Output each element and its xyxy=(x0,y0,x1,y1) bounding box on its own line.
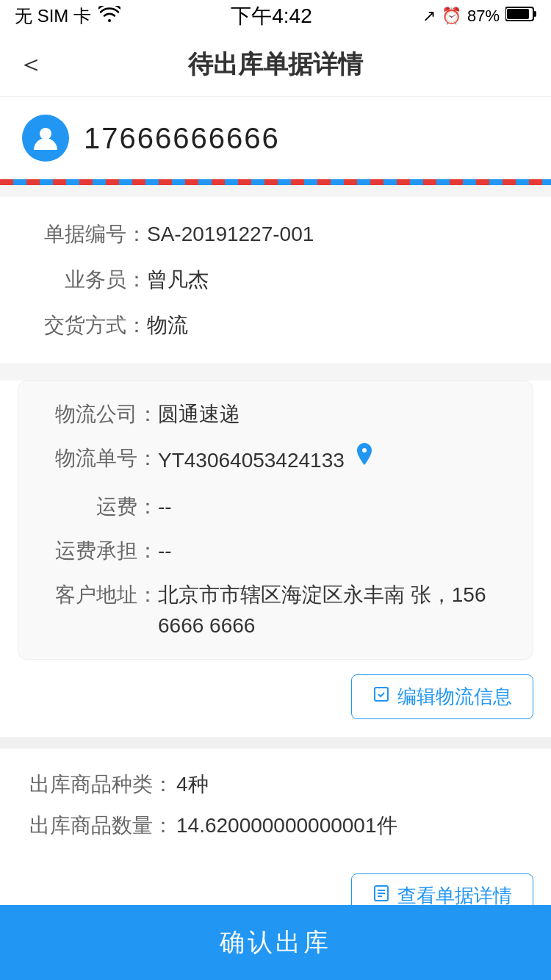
logistics-card: 物流公司： 圆通速递 物流单号： YT43064053424133 运费： -- xyxy=(18,381,533,660)
dashed-line xyxy=(0,179,551,185)
user-section: 17666666666 xyxy=(0,97,551,179)
confirm-button[interactable]: 确认出库 xyxy=(0,926,551,959)
location-status-icon: ↗ xyxy=(422,7,436,26)
logistics-freight-bearer-row: 运费承担： -- xyxy=(40,536,511,566)
document-number-label: 单据编号： xyxy=(29,219,147,250)
document-number-value: SA-20191227-001 xyxy=(147,219,522,250)
logistics-wrapper: 物流公司： 圆通速递 物流单号： YT43064053424133 运费： -- xyxy=(0,381,551,737)
logistics-freight-row: 运费： -- xyxy=(40,491,511,522)
status-right: ↗ ⏰ 87% xyxy=(422,6,536,26)
logistics-tracking-label: 物流单号： xyxy=(40,443,158,474)
logistics-tracking-value: YT43064053424133 xyxy=(158,443,511,478)
logistics-address-label: 客户地址： xyxy=(40,580,158,610)
document-number-row: 单据编号： SA-20191227-001 xyxy=(29,219,522,250)
salesman-value: 曾凡杰 xyxy=(147,264,522,295)
goods-types-row: 出库商品种类： 4种 xyxy=(29,771,522,799)
salesman-label: 业务员： xyxy=(29,264,147,295)
location-icon[interactable] xyxy=(353,443,375,478)
battery-icon xyxy=(505,6,536,26)
edit-btn-row: 编辑物流信息 xyxy=(0,660,551,737)
confirm-btn-container: 确认出库 xyxy=(0,905,551,980)
delivery-row: 交货方式： 物流 xyxy=(29,310,522,341)
goods-quantity-row: 出库商品数量： 14.620000000000001件 xyxy=(29,812,522,840)
svg-rect-4 xyxy=(375,688,388,701)
edit-logistics-button[interactable]: 编辑物流信息 xyxy=(351,674,533,719)
document-info-section: 单据编号： SA-20191227-001 业务员： 曾凡杰 交货方式： 物流 xyxy=(0,197,551,363)
salesman-row: 业务员： 曾凡杰 xyxy=(29,264,522,295)
carrier-text: 无 SIM 卡 xyxy=(15,4,91,28)
battery-text: 87% xyxy=(467,7,500,26)
edit-icon xyxy=(372,685,390,708)
logistics-address-value: 北京市市辖区海淀区永丰南 张，156 6666 6666 xyxy=(158,580,511,641)
logistics-company-label: 物流公司： xyxy=(40,399,158,430)
alarm-icon: ⏰ xyxy=(442,7,461,26)
user-avatar xyxy=(22,115,69,162)
logistics-freight-bearer-label: 运费承担： xyxy=(40,536,158,566)
quantity-section: 出库商品种类： 4种 出库商品数量： 14.620000000000001件 xyxy=(0,749,551,862)
svg-rect-2 xyxy=(507,9,529,19)
status-left: 无 SIM 卡 xyxy=(15,4,120,28)
user-phone: 17666666666 xyxy=(84,122,280,155)
delivery-label: 交货方式： xyxy=(29,310,147,341)
goods-quantity-label: 出库商品数量： xyxy=(29,812,176,840)
wifi-icon xyxy=(98,6,120,26)
delivery-value: 物流 xyxy=(147,310,522,341)
status-bar: 无 SIM 卡 下午4:42 ↗ ⏰ 87% xyxy=(0,0,551,32)
logistics-address-row: 客户地址： 北京市市辖区海淀区永丰南 张，156 6666 6666 xyxy=(40,580,511,641)
logistics-company-row: 物流公司： 圆通速递 xyxy=(40,399,511,430)
page-title: 待出库单据详情 xyxy=(188,48,363,82)
logistics-freight-label: 运费： xyxy=(40,491,158,522)
logistics-freight-value: -- xyxy=(158,491,511,522)
logistics-freight-bearer-value: -- xyxy=(158,536,511,566)
goods-quantity-value: 14.620000000000001件 xyxy=(176,812,522,840)
nav-bar: ＜ 待出库单据详情 xyxy=(0,32,551,97)
goods-types-label: 出库商品种类： xyxy=(29,771,176,799)
edit-btn-label: 编辑物流信息 xyxy=(397,684,512,710)
document-icon xyxy=(372,884,390,907)
separator xyxy=(0,737,551,749)
back-button[interactable]: ＜ xyxy=(18,46,44,82)
time-text: 下午4:42 xyxy=(231,2,312,30)
svg-point-3 xyxy=(40,128,51,140)
logistics-company-value: 圆通速递 xyxy=(158,399,511,430)
svg-rect-1 xyxy=(533,11,536,17)
goods-types-value: 4种 xyxy=(176,771,522,799)
logistics-tracking-row: 物流单号： YT43064053424133 xyxy=(40,443,511,478)
